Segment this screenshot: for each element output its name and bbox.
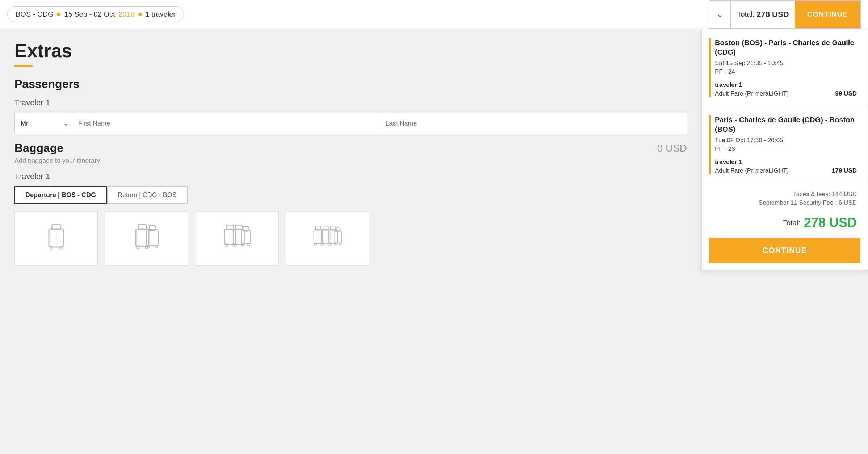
- flight-1-datetime: Sat 15 Sep 21:35 - 10:45: [715, 60, 857, 67]
- baggage-section-title: Baggage: [14, 141, 63, 155]
- last-name-input[interactable]: [380, 113, 687, 134]
- baggage-option-2[interactable]: [196, 211, 279, 266]
- summary-total-label: Total: 278 USD: [731, 1, 795, 28]
- flight-2-traveler: traveler 1: [715, 158, 857, 166]
- flight-1-fare-type: Adult Fare (PrimeraLIGHT): [715, 90, 789, 97]
- traveler-1-label: Traveler 1: [14, 98, 687, 107]
- total-row: Total: 278 USD: [702, 212, 868, 238]
- flight-2-fare-row: Adult Fare (PrimeraLIGHT) 179 USD: [715, 167, 857, 174]
- total-amount-value: 278 USD: [804, 215, 857, 230]
- first-name-input[interactable]: [72, 113, 380, 134]
- fees-section: Taxes & fees: 144 USD September 11 Secur…: [702, 183, 868, 212]
- travelers-text: 1 traveler: [146, 10, 176, 18]
- flight-1-traveler: traveler 1: [715, 81, 857, 89]
- date-text: 15 Sep - 02 Oct 2018: [64, 10, 134, 18]
- baggage-subtitle: Add baggage to your itinerary: [14, 157, 687, 165]
- flight-2-fare-amount: 179 USD: [832, 167, 857, 174]
- security-fee-line: September 11 Security Fee : 6 USD: [713, 199, 857, 207]
- route-text: BOS - CDG: [16, 10, 53, 18]
- continue-button-top[interactable]: CONTINUE: [795, 1, 860, 28]
- title-underline: [14, 65, 33, 67]
- title-select[interactable]: Mr Mrs Ms Dr: [14, 113, 72, 134]
- flight-1-fare-row: Adult Fare (PrimeraLIGHT) 99 USD: [715, 90, 857, 97]
- baggage-tab-return[interactable]: Return | CDG - BOS: [107, 186, 188, 204]
- passengers-section-title: Passengers: [14, 77, 687, 91]
- flight-2-datetime: Tue 02 Oct 17:30 - 20:05: [715, 137, 857, 144]
- passenger-form-row: Mr Mrs Ms Dr ⌄: [14, 113, 687, 134]
- flight-block-1: Boston (BOS) - Paris - Charles de Gaulle…: [702, 29, 868, 106]
- baggage-header: Baggage 0 USD: [14, 141, 687, 155]
- bag-3-icon: [313, 219, 342, 253]
- page-title: Extras: [14, 40, 687, 61]
- flight-2-route: Paris - Charles de Gaulle (CDG) - Boston…: [715, 115, 857, 134]
- svg-point-41: [339, 243, 341, 245]
- summary-toggle-button[interactable]: ⌄: [709, 1, 731, 28]
- baggage-options: [14, 211, 687, 266]
- dot-separator-1: [57, 13, 60, 16]
- baggage-tab-departure[interactable]: Departure | BOS - CDG: [14, 186, 107, 204]
- flight-2-fare-type: Adult Fare (PrimeraLIGHT): [715, 167, 789, 174]
- summary-top-bar: ⌄ Total: 278 USD CONTINUE: [709, 0, 861, 29]
- baggage-option-3[interactable]: [286, 211, 369, 266]
- flight-1-number: PF - 24: [715, 68, 857, 76]
- svg-rect-22: [242, 230, 251, 244]
- baggage-section: Baggage 0 USD Add baggage to your itiner…: [14, 141, 687, 266]
- title-select-wrapper[interactable]: Mr Mrs Ms Dr ⌄: [14, 113, 72, 134]
- taxes-fees-line: Taxes & fees: 144 USD: [713, 191, 857, 198]
- flight-1-fare: traveler 1 Adult Fare (PrimeraLIGHT) 99 …: [715, 81, 857, 97]
- flight-2-fare: traveler 1 Adult Fare (PrimeraLIGHT) 179…: [715, 158, 857, 174]
- top-bar: BOS - CDG 15 Sep - 02 Oct 2018 1 travele…: [0, 0, 868, 29]
- main-content: Extras Passengers Traveler 1 Mr Mrs Ms D…: [0, 29, 701, 454]
- flight-1-route: Boston (BOS) - Paris - Charles de Gaulle…: [715, 38, 857, 57]
- flight-2-number: PF - 23: [715, 145, 857, 153]
- flight-block-2: Paris - Charles de Gaulle (CDG) - Boston…: [702, 106, 868, 183]
- bag-1-icon: [132, 219, 161, 253]
- trip-info: BOS - CDG 15 Sep - 02 Oct 2018 1 travele…: [7, 6, 184, 22]
- summary-panel: Boston (BOS) - Paris - Charles de Gaulle…: [701, 29, 868, 271]
- chevron-down-icon: ⌄: [717, 10, 723, 19]
- flight-1-fare-amount: 99 USD: [835, 90, 857, 97]
- baggage-price: 0 USD: [657, 143, 687, 154]
- bag-0-icon: [42, 219, 71, 253]
- baggage-traveler-label: Traveler 1: [14, 172, 687, 181]
- total-text-label: Total:: [783, 219, 800, 227]
- baggage-option-0[interactable]: [14, 211, 98, 266]
- continue-button-bottom[interactable]: CONTINUE: [709, 238, 860, 263]
- bag-2-icon: [223, 219, 252, 253]
- dot-separator-2: [138, 13, 142, 16]
- baggage-option-1[interactable]: [105, 211, 188, 266]
- baggage-tabs: Departure | BOS - CDG Return | CDG - BOS: [14, 186, 687, 204]
